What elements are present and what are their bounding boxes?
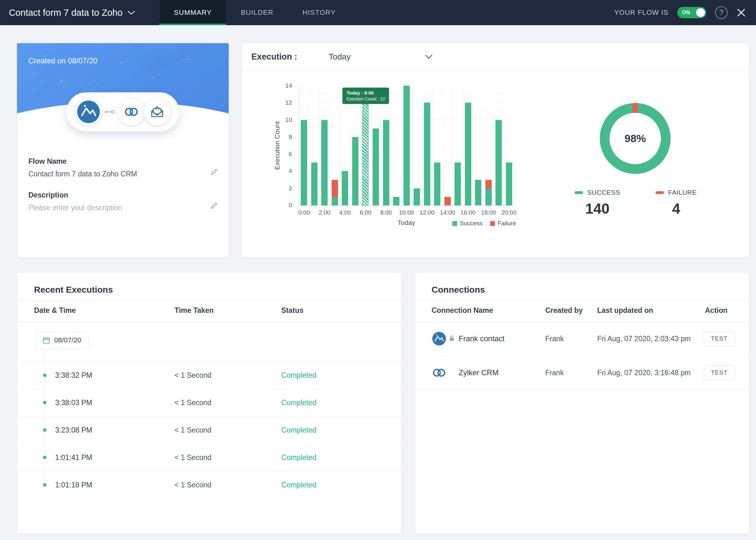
- connection-row: Zylker CRM Frank Fri Aug, 07 2020, 3:16:…: [415, 356, 749, 390]
- donut-chart: 98%: [600, 103, 671, 174]
- connection-name[interactable]: Frank contact: [459, 334, 504, 343]
- bar-slot[interactable]: [412, 86, 422, 205]
- bar-slot[interactable]: [432, 86, 442, 205]
- execution-status[interactable]: Completed: [281, 399, 316, 407]
- x-tick-label: 20:00: [501, 209, 517, 216]
- bar-slot[interactable]: [299, 86, 309, 205]
- pencil-icon: [210, 202, 218, 210]
- tab-summary[interactable]: SUMMARY: [159, 0, 226, 25]
- connection-row: Frank contact Frank Fri Aug, 07 2020, 2:…: [415, 322, 749, 356]
- connection-created-by: Frank: [545, 334, 564, 343]
- execution-row[interactable]: 1:01:18 PM < 1 Second Completed: [17, 471, 401, 498]
- bar-slot[interactable]: [401, 86, 412, 205]
- bar-slot[interactable]: [504, 86, 514, 205]
- donut-legend: SUCCESS 140 FAILURE 4: [557, 189, 714, 217]
- execution-row[interactable]: 3:38:03 PM < 1 Second Completed: [17, 389, 401, 416]
- execution-row[interactable]: 3:38:32 PM < 1 Second Completed: [17, 361, 401, 389]
- success-bar-segment: [506, 163, 512, 205]
- execution-rows: 3:38:32 PM < 1 Second Completed 3:38:03 …: [17, 361, 401, 498]
- execution-title: Execution :: [251, 52, 297, 62]
- execution-date-chip: 08/07/20: [35, 332, 88, 348]
- x-tick-label: 4:00: [339, 209, 351, 216]
- zoho-crm-icon: [432, 365, 447, 380]
- failure-bar-segment: [332, 180, 338, 197]
- execution-time: 3:38:32 PM: [55, 371, 92, 380]
- x-tick-label: 6:00: [360, 209, 371, 216]
- success-bar-segment: [434, 163, 441, 205]
- bar-slot[interactable]: [309, 86, 320, 205]
- bar-slot[interactable]: [494, 86, 504, 205]
- topbar-right-cluster: YOUR FLOW IS ON ?: [614, 0, 756, 25]
- bar-slot[interactable]: [391, 86, 402, 205]
- execution-status[interactable]: Completed: [281, 371, 316, 380]
- x-tick-label: 8:00: [380, 209, 392, 216]
- main-tabs: SUMMARY BUILDER HISTORY: [159, 0, 350, 25]
- execution-time-taken: < 1 Second: [175, 453, 211, 462]
- tab-builder[interactable]: BUILDER: [226, 0, 288, 25]
- flow-name-value: Contact form 7 data to Zoho CRM: [28, 170, 137, 178]
- chevron-down-icon: [128, 11, 135, 15]
- timeline-dot: [43, 483, 47, 487]
- success-bar-segment: [404, 86, 410, 205]
- help-icon[interactable]: ?: [715, 6, 728, 19]
- connections-card: Connections Connection Name Created by L…: [415, 273, 749, 534]
- top-bar: Contact form 7 data to Zoho SUMMARY BUIL…: [0, 0, 756, 25]
- execution-time: 1:01:18 PM: [55, 481, 92, 489]
- column-action: Action: [705, 306, 728, 315]
- test-connection-button[interactable]: TEST: [704, 332, 735, 346]
- zoho-crm-icon: [118, 98, 145, 125]
- execution-status[interactable]: Completed: [281, 426, 316, 435]
- edit-flow-name-button[interactable]: [210, 168, 218, 177]
- close-x-icon: [736, 8, 746, 17]
- connection-name[interactable]: Zylker CRM: [459, 368, 499, 377]
- test-connection-button[interactable]: TEST: [704, 365, 735, 380]
- x-tick-label: 2:00: [319, 209, 330, 216]
- execution-time-taken: < 1 Second: [175, 426, 211, 435]
- legend-swatch: [452, 221, 457, 226]
- legend-item-success: Success: [452, 220, 483, 227]
- toggle-on-label: ON: [682, 9, 690, 16]
- highlighted-success-bar: [362, 103, 369, 205]
- y-tick-label: 8: [289, 134, 292, 141]
- bar-slot[interactable]: [330, 86, 340, 205]
- bar-slot[interactable]: [463, 86, 473, 205]
- success-bar-segment: [454, 163, 461, 205]
- y-tick-label: 14: [285, 82, 292, 89]
- execution-row[interactable]: 3:23:08 PM < 1 Second Completed: [17, 416, 401, 444]
- timeline-dot: [43, 456, 47, 459]
- edit-description-button[interactable]: [210, 202, 218, 211]
- legend-swatch: [490, 221, 495, 226]
- column-status: Status: [281, 306, 303, 315]
- tab-history[interactable]: HISTORY: [288, 0, 350, 25]
- execution-status[interactable]: Completed: [281, 453, 316, 462]
- x-axis-ticks: 0:002:004:006:008:0010:0012:0014:0016:00…: [299, 205, 514, 217]
- failure-count: 4: [672, 200, 681, 217]
- timeline-dot: [43, 401, 47, 405]
- flow-title-dropdown[interactable]: Contact form 7 data to Zoho: [0, 0, 159, 25]
- bar-slot[interactable]: [453, 86, 463, 205]
- execution-row[interactable]: 1:01:41 PM < 1 Second Completed: [17, 444, 401, 471]
- failure-bar-segment: [444, 197, 451, 205]
- bar-slot[interactable]: [483, 86, 494, 205]
- connector-icon: [105, 110, 115, 114]
- column-date-time: Date & Time: [34, 306, 76, 315]
- close-icon[interactable]: [736, 8, 746, 17]
- execution-status[interactable]: Completed: [281, 481, 316, 489]
- success-bar-segment: [301, 120, 307, 205]
- bar-slot[interactable]: [319, 86, 330, 205]
- success-swatch: [574, 191, 583, 194]
- timeline-dot: [43, 429, 47, 432]
- flow-name-label: Flow Name: [28, 157, 66, 166]
- column-time-taken: Time Taken: [175, 306, 213, 315]
- success-bar-segment: [321, 120, 327, 205]
- success-bar-segment: [373, 129, 379, 205]
- execution-range-select[interactable]: Today: [329, 52, 433, 62]
- contact-form-7-icon: [75, 98, 102, 125]
- flow-on-toggle[interactable]: ON: [677, 7, 706, 18]
- bar-slot[interactable]: [422, 86, 432, 205]
- bar-slot[interactable]: [442, 86, 453, 205]
- execution-bar-chart: 02468101214 Today : 6:00 Exection Count …: [299, 86, 514, 206]
- y-tick-label: 4: [289, 168, 292, 175]
- bar-slot[interactable]: [473, 86, 483, 205]
- connection-last-updated: Fri Aug, 07 2020, 2:03:43 pm: [597, 334, 691, 343]
